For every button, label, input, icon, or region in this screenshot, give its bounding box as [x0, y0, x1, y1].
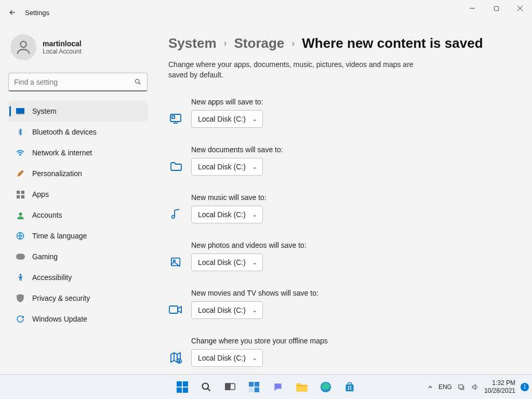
chevron-down-icon: ⌄	[252, 259, 257, 266]
svg-point-1	[20, 42, 26, 47]
taskbar-search[interactable]	[196, 377, 216, 397]
setting-label: New photos and videos will save to:	[191, 241, 307, 249]
sidebar: martinlocal Local Account System Bluetoo…	[0, 25, 156, 374]
chevron-right-icon: ›	[224, 38, 227, 49]
photo-save-icon	[168, 255, 183, 269]
explorer-button[interactable]	[292, 377, 312, 397]
nav-personalization[interactable]: Personalization	[8, 163, 148, 184]
nav-label: System	[32, 107, 57, 115]
nav-network[interactable]: Network & internet	[8, 142, 148, 163]
search-input[interactable]	[8, 73, 148, 91]
store-button[interactable]	[340, 377, 360, 397]
nav-privacy[interactable]: Privacy & security	[8, 288, 148, 309]
setting-music: New music will save to: Local Disk (C:) …	[168, 193, 516, 223]
dropdown-value: Local Disk (C:)	[198, 115, 246, 123]
nav-label: Accounts	[32, 211, 62, 219]
setting-label: New documents will save to:	[191, 145, 283, 154]
nav-accounts[interactable]: Accounts	[8, 205, 148, 225]
system-tray: ENG 1:32 PM 10/28/2021 1	[427, 375, 529, 399]
start-button[interactable]	[172, 377, 192, 397]
svg-rect-6	[17, 191, 20, 194]
breadcrumb-system[interactable]: System	[168, 35, 217, 51]
nav-bluetooth[interactable]: Bluetooth & devices	[8, 122, 148, 142]
svg-rect-30	[249, 387, 254, 392]
brush-icon	[16, 169, 25, 178]
nav-label: Personalization	[32, 169, 82, 178]
svg-point-2	[136, 79, 140, 84]
user-name: martinlocal	[43, 39, 82, 48]
person-icon	[16, 211, 25, 219]
setting-label: New movies and TV shows will save to:	[191, 289, 318, 297]
breadcrumb: System › Storage › Where new content is …	[168, 35, 516, 51]
tray-volume-icon[interactable]	[471, 383, 479, 391]
maximize-button[interactable]	[484, 0, 508, 17]
svg-rect-15	[172, 116, 175, 118]
maps-location-dropdown[interactable]: Local Disk (C:) ⌄	[191, 349, 263, 367]
accessibility-icon	[16, 273, 25, 282]
svg-rect-29	[255, 382, 259, 387]
tray-date: 10/28/2021	[484, 387, 515, 394]
svg-rect-23	[177, 387, 182, 392]
nav-label: Apps	[32, 190, 49, 198]
edge-button[interactable]	[316, 377, 336, 397]
nav-label: Bluetooth & devices	[32, 128, 97, 136]
svg-point-16	[172, 216, 175, 219]
svg-rect-9	[21, 195, 24, 198]
setting-label: Change where you store your offline maps	[191, 337, 328, 345]
nav-label: Network & internet	[32, 149, 92, 157]
nav-update[interactable]: Windows Update	[8, 309, 148, 329]
svg-rect-36	[350, 386, 352, 388]
svg-rect-27	[225, 383, 230, 390]
chevron-right-icon: ›	[291, 38, 295, 49]
svg-rect-38	[350, 388, 352, 390]
setting-movies: New movies and TV shows will save to: Lo…	[168, 289, 516, 319]
nav-list: System Bluetooth & devices Network & int…	[0, 101, 156, 329]
widgets-button[interactable]	[244, 377, 264, 397]
task-view[interactable]	[220, 377, 240, 397]
gamepad-icon	[16, 254, 25, 260]
tray-language[interactable]: ENG	[438, 383, 452, 391]
shield-icon	[16, 294, 25, 302]
apps-location-dropdown[interactable]: Local Disk (C:) ⌄	[191, 110, 263, 128]
svg-rect-34	[346, 384, 354, 391]
svg-rect-32	[296, 385, 308, 386]
documents-location-dropdown[interactable]: Local Disk (C:) ⌄	[191, 158, 263, 176]
svg-rect-17	[171, 258, 180, 266]
tray-network-icon[interactable]	[457, 383, 466, 391]
nav-system[interactable]: System	[8, 101, 148, 122]
apps-icon	[16, 191, 25, 198]
user-type: Local Account	[43, 48, 82, 55]
search-field[interactable]	[14, 78, 134, 86]
music-location-dropdown[interactable]: Local Disk (C:) ⌄	[191, 206, 263, 223]
setting-photos: New photos and videos will save to: Loca…	[168, 241, 516, 271]
nav-gaming[interactable]: Gaming	[8, 246, 148, 267]
nav-accessibility[interactable]: Accessibility	[8, 267, 148, 288]
tray-clock[interactable]: 1:32 PM 10/28/2021	[484, 379, 515, 394]
svg-rect-22	[183, 381, 188, 387]
svg-rect-39	[459, 384, 463, 388]
page-title: Where new content is saved	[302, 35, 483, 51]
tray-chevron[interactable]	[427, 384, 433, 390]
chevron-down-icon: ⌄	[252, 307, 257, 314]
setting-maps: Change where you store your offline maps…	[168, 337, 516, 367]
chat-button[interactable]	[268, 377, 288, 397]
svg-point-13	[19, 274, 21, 276]
close-button[interactable]	[508, 0, 532, 17]
bluetooth-icon	[16, 128, 25, 136]
svg-rect-35	[348, 386, 350, 388]
chevron-down-icon: ⌄	[252, 211, 257, 218]
svg-rect-19	[169, 306, 178, 313]
svg-rect-21	[177, 381, 182, 387]
chevron-down-icon: ⌄	[252, 354, 257, 362]
movies-location-dropdown[interactable]: Local Disk (C:) ⌄	[191, 301, 263, 319]
svg-rect-4	[16, 114, 24, 114]
minimize-button[interactable]	[460, 0, 484, 17]
user-block[interactable]: martinlocal Local Account	[0, 31, 156, 70]
photos-location-dropdown[interactable]: Local Disk (C:) ⌄	[191, 254, 263, 271]
notification-badge[interactable]: 1	[521, 383, 529, 391]
nav-apps[interactable]: Apps	[8, 184, 148, 205]
breadcrumb-storage[interactable]: Storage	[234, 35, 285, 51]
dropdown-value: Local Disk (C:)	[198, 210, 246, 219]
nav-time[interactable]: Time & language	[8, 225, 148, 246]
back-button[interactable]	[0, 8, 25, 17]
